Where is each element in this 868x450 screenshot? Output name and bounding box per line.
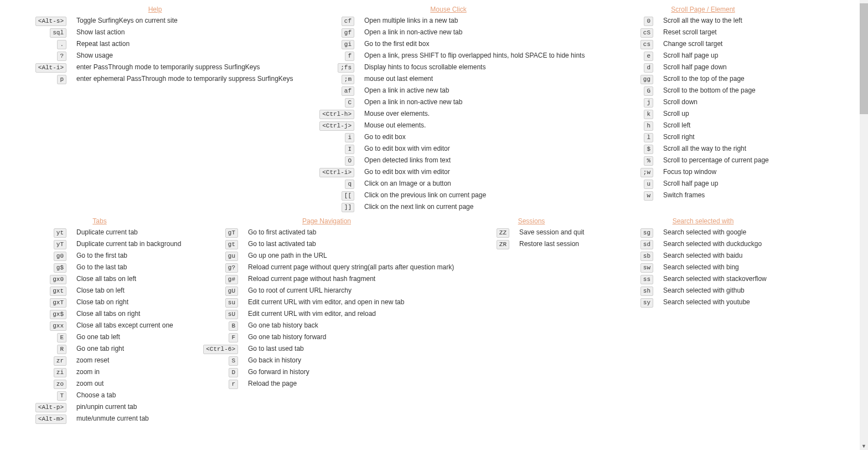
shortcut-row: ZRRestore last session [465,238,598,250]
shortcut-description: Open a link in active new tab [364,85,449,96]
key-column: cS [598,27,663,38]
shortcut-row: sqlShow last action [11,27,299,38]
key-column: r [188,378,248,390]
shortcut-description: Edit current URL with vim editor, and re… [248,308,376,320]
key-column: gu [188,250,248,262]
shortcut-description: Close all tabs on left [76,273,136,285]
shortcut-key: [[ [342,191,354,201]
shortcut-description: Duplicate current tab [76,227,138,238]
shortcut-description: Duplicate current tab in background [76,238,181,250]
shortcut-row: uScroll half page up [598,178,808,190]
shortcut-description: Search selected with baidu [663,250,742,262]
shortcut-description: Reload current page without hash fragmen… [248,273,375,285]
shortcut-description: Scroll all the way to the left [663,15,742,27]
shortcut-description: Open detected links from text [364,155,451,166]
scrollbar-track[interactable]: ▲ ▼ [860,0,868,440]
key-column: cs [598,38,663,50]
shortcut-row: FGo one tab history forward [188,331,465,343]
key-column: F [188,331,248,343]
shortcut-key: D [229,368,238,377]
shortcut-description: Show last action [76,27,125,38]
shortcut-description: Scroll half page down [663,62,727,73]
shortcut-description: Go back in history [248,355,301,366]
key-column: sql [11,27,76,38]
key-column: <Ctrl-j> [299,120,364,131]
shortcut-key: <Ctrl-6> [203,345,238,354]
shortcut-description: Repeat last action [76,38,130,50]
shortcut-key: sh [640,287,653,296]
shortcut-description: Focus top window [663,166,716,178]
shortcut-description: Click on the next link on current page [364,201,473,213]
shortcut-key: ZZ [497,228,509,238]
shortcut-key: w [644,191,653,201]
shortcut-description: zoom out [76,378,104,390]
key-column: ZR [465,238,519,250]
shortcut-key: I [345,145,354,154]
shortcut-key: <Alt-p> [35,403,66,412]
shortcut-description: Close tab on left [76,285,125,296]
shortcut-key: gu [225,252,238,261]
shortcut-key: ? [57,52,66,61]
shortcut-row: <Alt-i>enter PassThrough mode to tempora… [11,62,299,73]
key-column: <Alt-m> [11,413,76,425]
shortcut-row: gxtClose tab on left [11,285,188,296]
shortcut-key: gf [342,28,354,38]
shortcut-row: penter ephemeral PassThrough mode to tem… [11,73,299,85]
shortcut-key: gx$ [50,310,66,319]
key-column: g0 [11,250,76,262]
key-column: sy [598,296,663,308]
key-column: h [598,120,663,131]
shortcut-row: DGo forward in history [188,366,465,378]
key-column: u [598,178,663,190]
shortcut-row: BGo one tab history back [188,320,465,331]
key-column: <Ctrl-h> [299,108,364,120]
shortcut-description: Toggle SurfingKeys on current site [76,15,178,27]
key-column: gi [299,38,364,50]
shortcut-key: sd [640,240,653,249]
section-help: Help<Alt-s>Toggle SurfingKeys on current… [11,6,299,213]
key-column: g$ [11,262,76,273]
shortcut-key: su [225,298,238,308]
shortcut-row: dScroll half page down [598,62,808,73]
shortcut-row: wSwitch frames [598,190,808,201]
shortcut-row: ;wFocus top window [598,166,808,178]
key-column: $ [598,143,663,155]
key-column: sd [598,238,663,250]
shortcut-key: sb [640,252,653,261]
shortcut-row: $Scroll all the way to the right [598,143,808,155]
key-column: B [188,320,248,331]
shortcut-description: Scroll half page up [663,178,718,190]
shortcut-description: Search selected with github [663,285,745,296]
shortcut-description: Change scroll target [663,38,722,50]
key-column: yT [11,238,76,250]
shortcut-key: gt [225,240,238,249]
key-column: <Alt-i> [11,62,76,73]
key-column: ;m [299,73,364,85]
shortcut-description: Search selected with stackoverflow [663,273,767,285]
shortcut-row: gtGo to last activated tab [188,238,465,250]
shortcut-key: % [644,156,653,166]
scrollbar-thumb[interactable] [860,3,868,114]
key-column: C [299,96,364,108]
shortcut-description: Go to edit box [364,131,406,143]
shortcut-row: ssSearch selected with stackoverflow [598,273,808,285]
key-column: ss [598,273,663,285]
shortcut-row: COpen a link in non-active new tab [299,96,598,108]
shortcut-key: af [342,86,354,96]
shortcut-description: Scroll right [663,131,695,143]
shortcut-key: q [345,180,354,189]
key-column: R [11,343,76,355]
shortcut-key: p [57,75,66,84]
shortcut-description: Open multiple links in a new tab [364,15,458,27]
shortcut-row: <Ctrl-6>Go to last used tab [188,343,465,355]
shortcut-row: g#Reload current page without hash fragm… [188,273,465,285]
shortcut-row: zozoom out [11,378,188,390]
shortcut-description: Close tab on right [76,296,128,308]
key-column: i [299,131,364,143]
shortcut-row: EGo one tab left [11,331,188,343]
key-column: f [299,50,364,62]
key-column: g? [188,262,248,273]
shortcut-row: GScroll to the bottom of the page [598,85,808,96]
shortcut-row: eScroll half page up [598,50,808,62]
key-column: <Ctrl-6> [188,343,248,355]
